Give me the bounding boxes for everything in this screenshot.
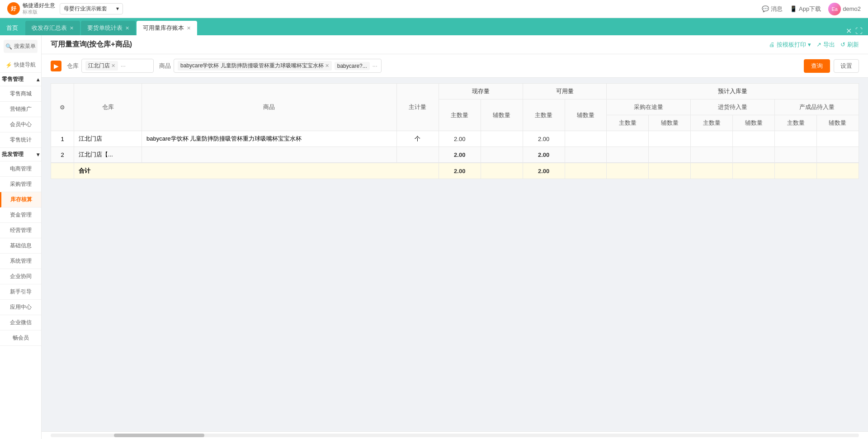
sidebar-item-business-mgmt[interactable]: 经营管理 bbox=[0, 223, 41, 238]
row-current-main: 2.00 bbox=[439, 147, 481, 163]
search-menu-btn[interactable]: 🔍 零售管理 搜索菜单 bbox=[4, 40, 38, 53]
row-no: 2 bbox=[51, 147, 74, 163]
row-current-main: 2.00 bbox=[439, 131, 481, 147]
table-row: 1 江北门店 babycare学饮杯 儿童防摔防撞吸管杯重力球吸嘴杯宝宝水杯 个… bbox=[51, 131, 859, 147]
remove-product1-btn[interactable]: ✕ bbox=[325, 63, 329, 69]
close-icon[interactable]: ✕ bbox=[125, 25, 129, 31]
app-download-btn[interactable]: 📱 App下载 bbox=[790, 5, 821, 13]
product-label: 商品 bbox=[159, 62, 171, 70]
expand-filter-btn[interactable]: ▶ bbox=[51, 61, 61, 71]
settings-col-header: ⚙ bbox=[51, 84, 74, 131]
sidebar-search-area: 🔍 零售管理 搜索菜单 bbox=[0, 35, 41, 57]
export-btn[interactable]: ↗ 导出 bbox=[816, 41, 835, 49]
remove-warehouse-btn[interactable]: ✕ bbox=[111, 63, 115, 69]
tab-receive-summary[interactable]: 收发存汇总表 ✕ bbox=[25, 21, 80, 35]
top-bar: 好 畅捷通好生意 标准版 母婴行业演示账套 ▾ 💬 消息 📱 App下载 Ea … bbox=[0, 0, 868, 18]
summary-pp-main bbox=[775, 163, 817, 179]
horizontal-scrollbar[interactable] bbox=[42, 431, 868, 439]
pp-main-header: 主数量 bbox=[775, 115, 817, 131]
query-btn[interactable]: 查询 bbox=[804, 59, 830, 73]
tab-available-inventory[interactable]: 可用量库存账本 ✕ bbox=[137, 21, 197, 35]
close-all-tabs-btn[interactable]: ✕ bbox=[846, 27, 852, 35]
gp-aux-header: 辅数量 bbox=[733, 115, 775, 131]
close-icon[interactable]: ✕ bbox=[187, 25, 191, 31]
row-available-main: 2.00 bbox=[523, 131, 565, 147]
quick-nav-btn[interactable]: ⚡ 快捷导航 bbox=[0, 57, 41, 73]
row-pt-main bbox=[607, 131, 649, 147]
available-main-qty-header: 主数量 bbox=[523, 99, 565, 131]
sidebar-item-system-mgmt[interactable]: 系统管理 bbox=[0, 254, 41, 269]
message-btn[interactable]: 💬 消息 bbox=[762, 5, 783, 13]
summary-gp-main bbox=[691, 163, 733, 179]
sidebar-item-ecommerce[interactable]: 电商管理 bbox=[0, 161, 41, 177]
row-pp-aux bbox=[816, 147, 859, 163]
goods-pending-header: 进货待入量 bbox=[691, 99, 775, 115]
setting-btn[interactable]: 设置 bbox=[834, 59, 859, 73]
sidebar-item-vip-member[interactable]: 畅会员 bbox=[0, 330, 41, 346]
sidebar-item-new-guide[interactable]: 新手引导 bbox=[0, 284, 41, 300]
page-header: 可用量查询(按仓库+商品) 🖨 按模板打印 ▾ ↗ 导出 ↺ 刷新 bbox=[42, 35, 868, 54]
sidebar-item-enterprise-collab[interactable]: 企业协同 bbox=[0, 269, 41, 284]
summary-current-main: 2.00 bbox=[439, 163, 481, 179]
sidebar-item-retail-mgmt[interactable]: 零售管理 ▴ bbox=[0, 73, 41, 86]
pt-aux-header: 辅数量 bbox=[649, 115, 691, 131]
sidebar-item-purchase-mgmt[interactable]: 采购管理 bbox=[0, 177, 41, 192]
print-btn[interactable]: 🖨 按模板打印 ▾ bbox=[769, 41, 811, 49]
user-profile-btn[interactable]: Ea demo2 bbox=[828, 3, 861, 15]
data-table: ⚙ 仓库 商品 主计量 现存量 可用量 预计入库量 主数量 辅数量 主数量 辅数… bbox=[51, 83, 859, 179]
sidebar-item-enterprise-wechat[interactable]: 企业微信 bbox=[0, 315, 41, 330]
close-icon[interactable]: ✕ bbox=[70, 25, 74, 31]
summary-available-main: 2.00 bbox=[523, 163, 565, 179]
sidebar-item-finance-mgmt[interactable]: 资金管理 bbox=[0, 208, 41, 223]
row-pp-main bbox=[775, 147, 817, 163]
sidebar-item-retail-shop[interactable]: 零售商城 bbox=[0, 86, 41, 102]
summary-row: 合计 2.00 2.00 bbox=[51, 163, 859, 179]
row-gp-main bbox=[691, 131, 733, 147]
sidebar-item-member-center[interactable]: 会员中心 bbox=[0, 117, 41, 132]
sidebar-item-basic-info[interactable]: 基础信息 bbox=[0, 238, 41, 254]
product-tag-2: babycare?... bbox=[335, 62, 370, 70]
row-pt-aux bbox=[649, 147, 691, 163]
app-icon: 📱 bbox=[790, 5, 797, 12]
row-main-unit bbox=[396, 147, 439, 163]
page-actions: 🖨 按模板打印 ▾ ↗ 导出 ↺ 刷新 bbox=[769, 41, 859, 49]
sidebar-item-retail-stats[interactable]: 零售统计 bbox=[0, 132, 41, 148]
summary-label: 合计 bbox=[74, 163, 439, 179]
maximize-btn[interactable]: ⛶ bbox=[855, 27, 863, 35]
current-aux-qty-header: 辅数量 bbox=[481, 99, 523, 131]
chevron-down-icon: ▾ bbox=[37, 151, 39, 158]
tab-home[interactable]: 首页 bbox=[0, 21, 24, 35]
filter-actions: 查询 设置 bbox=[804, 59, 859, 73]
row-gp-aux bbox=[733, 131, 775, 147]
product-filter: 商品 babycare学饮杯 儿童防摔防撞吸管杯重力球吸嘴杯宝宝水杯 ✕ bab… bbox=[159, 59, 382, 73]
row-no: 1 bbox=[51, 131, 74, 147]
logo-icon: 好 bbox=[7, 2, 20, 15]
more-options-icon[interactable]: ··· bbox=[121, 62, 126, 69]
export-icon: ↗ bbox=[816, 41, 821, 48]
sidebar-item-marketing[interactable]: 营销推广 bbox=[0, 102, 41, 117]
sidebar-item-app-center[interactable]: 应用中心 bbox=[0, 300, 41, 315]
sidebar: 🔍 零售管理 搜索菜单 ⚡ 快捷导航 零售管理 ▴ 零售商城 营销推广 会员中心… bbox=[0, 35, 42, 439]
industry-selector[interactable]: 母婴行业演示账套 ▾ bbox=[60, 3, 123, 14]
row-main-unit: 个 bbox=[396, 131, 439, 147]
sidebar-item-wholesale-mgmt[interactable]: 批发管理 ▾ bbox=[0, 148, 41, 161]
summary-pp-aux bbox=[816, 163, 859, 179]
row-current-aux bbox=[481, 147, 523, 163]
product-more-icon[interactable]: ··· bbox=[373, 62, 377, 69]
sidebar-item-inventory-check[interactable]: 库存核算 bbox=[0, 192, 41, 208]
product-pending-header: 产成品待入量 bbox=[775, 99, 859, 115]
tab-order-stats[interactable]: 要货单统计表 ✕ bbox=[81, 21, 136, 35]
refresh-icon: ↺ bbox=[840, 41, 845, 48]
summary-gp-aux bbox=[733, 163, 775, 179]
chevron-down-icon: ▾ bbox=[808, 41, 811, 48]
row-available-aux bbox=[565, 147, 607, 163]
scroll-thumb[interactable] bbox=[114, 434, 204, 437]
main-unit-col-header: 主计量 bbox=[396, 84, 439, 131]
refresh-btn[interactable]: ↺ 刷新 bbox=[840, 41, 859, 49]
summary-current-aux bbox=[481, 163, 523, 179]
top-bar-right: 💬 消息 📱 App下载 Ea demo2 bbox=[762, 3, 861, 15]
row-pp-main bbox=[775, 131, 817, 147]
summary-pt-main bbox=[607, 163, 649, 179]
product-input[interactable]: babycare学饮杯 儿童防摔防撞吸管杯重力球吸嘴杯宝宝水杯 ✕ babyca… bbox=[174, 59, 382, 73]
warehouse-input[interactable]: 江北门店 ✕ ··· bbox=[81, 59, 154, 73]
